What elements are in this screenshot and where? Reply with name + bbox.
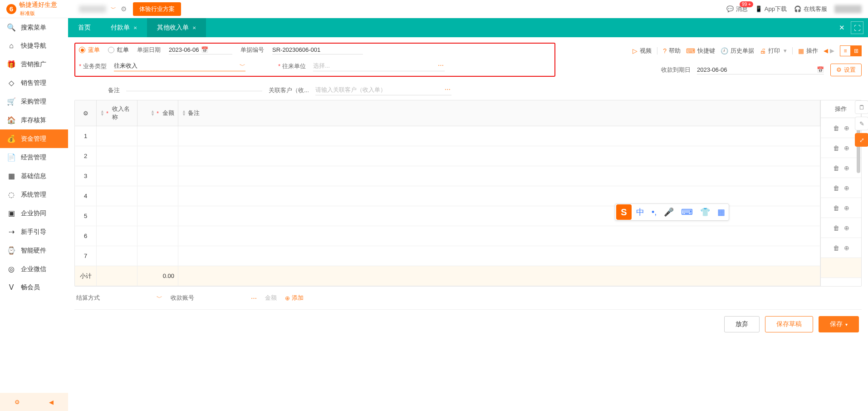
table-row[interactable]: 7 — [75, 246, 820, 266]
panel-btn-expand[interactable]: ⤢ — [855, 133, 868, 147]
cell-income-name[interactable] — [97, 166, 137, 186]
cell-remark[interactable] — [178, 146, 820, 166]
org-selector[interactable]: ﹀ — [79, 5, 121, 13]
delete-icon[interactable]: 🗑 — [833, 224, 839, 232]
delete-icon[interactable]: 🗑 — [833, 144, 839, 152]
delete-icon[interactable]: 🗑 — [833, 244, 839, 252]
cell-income-name[interactable] — [97, 246, 137, 266]
tab[interactable]: 首页 — [68, 18, 101, 37]
experience-button[interactable]: 体验行业方案 — [133, 2, 181, 16]
sidebar-item[interactable]: ⌂快捷导航 — [0, 37, 68, 55]
cell-income-name[interactable] — [97, 146, 137, 166]
prev-button[interactable]: ◀ — [824, 47, 828, 54]
cell-amount[interactable] — [137, 126, 178, 146]
online-service-link[interactable]: 🎧 在线客服 — [794, 5, 827, 13]
sidebar-item[interactable]: ▦基础信息 — [0, 167, 68, 185]
sidebar-item[interactable]: 🏠库存核算 — [0, 111, 68, 129]
ime-toolbar[interactable]: S 中 •, 🎤 ⌨ 👕 ▦ — [615, 203, 729, 221]
panel-btn-2[interactable]: ✎ — [855, 117, 868, 130]
cell-income-name[interactable] — [97, 206, 137, 226]
close-icon[interactable]: ✕ — [133, 25, 137, 30]
table-row[interactable]: 2 — [75, 146, 820, 166]
delete-icon[interactable]: 🗑 — [833, 184, 839, 192]
ime-menu-icon[interactable]: ▦ — [714, 207, 729, 217]
cell-income-name[interactable] — [97, 186, 137, 206]
remark-input[interactable] — [126, 89, 262, 91]
add-row-icon[interactable]: ⊕ — [844, 204, 849, 212]
cell-remark[interactable] — [178, 226, 820, 246]
cell-remark[interactable] — [178, 246, 820, 266]
table-row[interactable]: 3 — [75, 166, 820, 186]
partner-select[interactable]: 选择...⋯ — [313, 61, 445, 71]
sidebar-item[interactable]: V畅会员 — [0, 278, 68, 297]
abandon-button[interactable]: 放弃 — [724, 316, 760, 332]
tab-expand-button[interactable]: ⛶ — [851, 21, 863, 34]
sidebar-item[interactable]: 📄经营管理 — [0, 148, 68, 167]
add-row-icon[interactable]: ⊕ — [844, 184, 849, 192]
sidebar-item[interactable]: ◎企业微信 — [0, 260, 68, 278]
ime-lang[interactable]: 中 — [633, 207, 648, 218]
add-row-icon[interactable]: ⊕ — [844, 224, 849, 232]
gear-icon[interactable]: ⚙ — [15, 399, 20, 406]
help-link[interactable]: ?帮助 — [663, 47, 681, 55]
app-download-link[interactable]: 📱 App下载 — [755, 5, 787, 13]
due-date-input[interactable]: 2023-06-06📅 — [697, 65, 824, 74]
delete-icon[interactable]: 🗑 — [833, 124, 839, 132]
sidebar-item[interactable]: 💰资金管理 — [0, 129, 68, 148]
col-amount[interactable]: ▲▼*金额 — [137, 100, 178, 126]
config-header[interactable]: ⚙ — [75, 100, 97, 126]
settle-method-select[interactable]: ﹀ — [108, 294, 162, 302]
tab-close-all-button[interactable]: ✕ — [835, 21, 848, 34]
cell-remark[interactable] — [178, 186, 820, 206]
list-view-button[interactable]: ≡ — [840, 45, 851, 56]
sidebar-item[interactable]: ⇢新手引导 — [0, 223, 68, 241]
operate-button[interactable]: ▦操作 — [798, 47, 818, 55]
doc-no-value[interactable]: SR-20230606-001 — [272, 45, 363, 54]
cell-amount[interactable] — [137, 206, 178, 226]
settings-button[interactable]: ⚙设置 — [830, 64, 862, 76]
ime-punct-icon[interactable]: •, — [648, 208, 660, 217]
video-link[interactable]: ▷视频 — [633, 47, 652, 55]
cell-income-name[interactable] — [97, 226, 137, 246]
sidebar-item[interactable]: ◌系统管理 — [0, 185, 68, 204]
add-row-icon[interactable]: ⊕ — [844, 244, 849, 252]
sidebar-item[interactable]: ⌚智能硬件 — [0, 241, 68, 260]
settings-icon[interactable]: ⚙ — [121, 5, 127, 13]
history-link[interactable]: 🕘历史单据 — [721, 47, 754, 55]
add-settlement-button[interactable]: ⊕添加 — [285, 294, 304, 302]
cell-income-name[interactable] — [97, 126, 137, 146]
tab[interactable]: 付款单✕ — [101, 18, 147, 37]
save-button[interactable]: 保存▾ — [819, 316, 859, 332]
red-receipt-radio[interactable]: 红单 — [108, 46, 129, 54]
messages-link[interactable]: 💬 消息 99 + — [726, 5, 748, 13]
collapse-icon[interactable]: ◀ — [49, 399, 54, 406]
next-button[interactable]: ▶ — [830, 47, 834, 54]
table-row[interactable]: 6 — [75, 226, 820, 246]
sidebar-item[interactable]: 🔍搜索菜单 — [0, 18, 68, 37]
cell-amount[interactable] — [137, 226, 178, 246]
delete-icon[interactable]: 🗑 — [833, 204, 839, 212]
save-draft-button[interactable]: 保存草稿 — [765, 316, 813, 332]
close-icon[interactable]: ✕ — [192, 25, 196, 30]
cell-remark[interactable] — [178, 126, 820, 146]
doc-date-value[interactable]: 2023-06-06📅 — [169, 45, 232, 54]
add-row-icon[interactable]: ⊕ — [844, 164, 849, 172]
rel-customer-input[interactable]: 请输入关联客户（收入单）⋯ — [315, 85, 451, 95]
user-avatar[interactable] — [834, 5, 862, 13]
card-view-button[interactable]: ⊞ — [851, 45, 862, 56]
col-income-name[interactable]: ▲▼*收入名称 — [97, 100, 137, 126]
blue-receipt-radio[interactable]: 蓝单 — [79, 46, 100, 54]
account-select[interactable]: ⋯ — [202, 295, 257, 302]
sidebar-item[interactable]: ▣企业协同 — [0, 204, 68, 223]
shortcut-link[interactable]: ⌨快捷键 — [686, 47, 715, 55]
ime-keyboard-icon[interactable]: ⌨ — [677, 207, 696, 217]
cell-amount[interactable] — [137, 166, 178, 186]
add-row-icon[interactable]: ⊕ — [844, 144, 849, 152]
add-row-icon[interactable]: ⊕ — [844, 124, 849, 132]
delete-icon[interactable]: 🗑 — [833, 164, 839, 172]
cell-amount[interactable] — [137, 186, 178, 206]
ime-mic-icon[interactable]: 🎤 — [660, 207, 677, 217]
ime-skin-icon[interactable]: 👕 — [696, 207, 714, 217]
cell-remark[interactable] — [178, 166, 820, 186]
table-row[interactable]: 1 — [75, 126, 820, 146]
